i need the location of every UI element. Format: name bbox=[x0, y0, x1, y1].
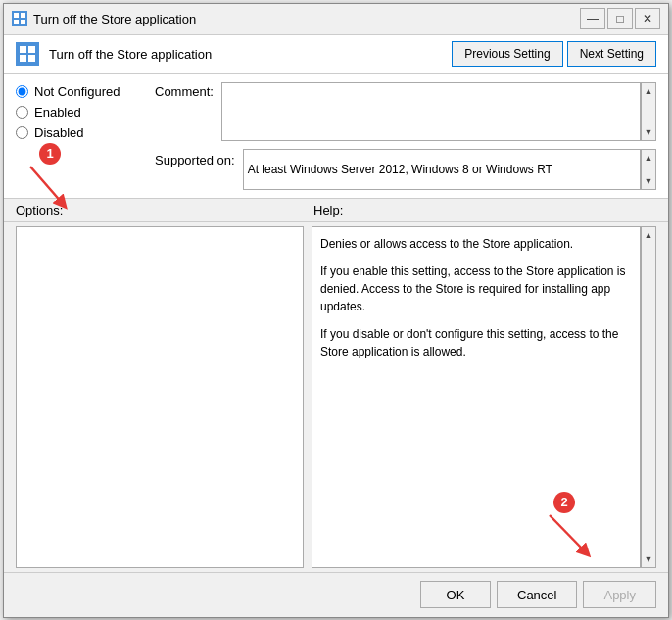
supported-section: Supported on: At least Windows Server 20… bbox=[155, 149, 656, 190]
header-bar: Turn off the Store application Previous … bbox=[4, 35, 668, 74]
supported-scrollbar[interactable]: ▲ ▼ bbox=[641, 149, 656, 190]
badge-1: 1 bbox=[39, 143, 61, 165]
apply-button[interactable]: Apply bbox=[583, 581, 656, 608]
enabled-label: Enabled bbox=[34, 105, 81, 119]
right-panels: Comment: ▲ ▼ Supported on: At least Wind… bbox=[155, 82, 656, 190]
help-panel-wrapper: Denies or allows access to the Store app… bbox=[312, 226, 656, 568]
disabled-label: Disabled bbox=[34, 125, 84, 140]
supported-value: At least Windows Server 2012, Windows 8 … bbox=[243, 149, 641, 190]
not-configured-label: Not Configured bbox=[34, 84, 120, 99]
header-title: Turn off the Store application bbox=[49, 47, 442, 62]
svg-rect-2 bbox=[14, 20, 19, 24]
svg-rect-1 bbox=[21, 13, 25, 18]
supported-label: Supported on: bbox=[155, 149, 235, 167]
svg-rect-3 bbox=[21, 20, 25, 24]
main-window: Turn off the Store application — □ ✕ Tur… bbox=[3, 3, 669, 618]
supported-scroll-down[interactable]: ▼ bbox=[645, 174, 653, 188]
maximize-button[interactable]: □ bbox=[607, 8, 633, 29]
svg-rect-0 bbox=[14, 13, 19, 18]
title-bar-left: Turn off the Store application bbox=[12, 11, 196, 26]
footer: OK Cancel Apply bbox=[4, 572, 668, 617]
help-scroll-down[interactable]: ▼ bbox=[645, 552, 653, 566]
title-bar: Turn off the Store application — □ ✕ bbox=[4, 4, 668, 35]
options-panel bbox=[16, 226, 304, 568]
scroll-down-arrow[interactable]: ▼ bbox=[645, 125, 653, 139]
disabled-option[interactable]: Disabled bbox=[16, 125, 143, 140]
comment-section: Comment: ▲ ▼ bbox=[155, 82, 656, 141]
ok-button[interactable]: OK bbox=[420, 581, 491, 608]
svg-rect-6 bbox=[20, 55, 26, 62]
options-section-label: Options: bbox=[16, 203, 310, 217]
enabled-option[interactable]: Enabled bbox=[16, 105, 143, 119]
not-configured-option[interactable]: Not Configured bbox=[16, 84, 143, 99]
supported-input-group: At least Windows Server 2012, Windows 8 … bbox=[243, 149, 656, 190]
help-scroll-up[interactable]: ▲ bbox=[645, 228, 653, 242]
window-icon bbox=[12, 11, 27, 26]
title-controls: — □ ✕ bbox=[580, 8, 660, 29]
cancel-button[interactable]: Cancel bbox=[497, 581, 577, 608]
close-button[interactable]: ✕ bbox=[635, 8, 660, 29]
help-scrollbar[interactable]: ▲ ▼ bbox=[641, 226, 656, 568]
svg-rect-5 bbox=[28, 46, 35, 53]
window-title: Turn off the Store application bbox=[33, 12, 196, 26]
next-setting-button[interactable]: Next Setting bbox=[567, 41, 656, 67]
svg-rect-7 bbox=[28, 55, 35, 62]
scroll-up-arrow[interactable]: ▲ bbox=[645, 84, 653, 98]
svg-rect-4 bbox=[20, 46, 26, 53]
comment-input[interactable] bbox=[221, 82, 641, 141]
policy-icon bbox=[16, 42, 39, 66]
enabled-radio[interactable] bbox=[16, 106, 28, 119]
previous-setting-button[interactable]: Previous Setting bbox=[452, 41, 562, 67]
comment-label: Comment: bbox=[155, 82, 214, 99]
help-text-1: Denies or allows access to the Store app… bbox=[320, 235, 632, 253]
help-section-label: Help: bbox=[313, 203, 656, 217]
bottom-panels: Denies or allows access to the Store app… bbox=[4, 222, 668, 572]
options-help-row: Options: Help: bbox=[4, 199, 668, 222]
help-text-2: If you enable this setting, access to th… bbox=[320, 262, 632, 315]
header-buttons: Previous Setting Next Setting bbox=[452, 41, 656, 67]
comment-input-group: ▲ ▼ bbox=[221, 82, 656, 141]
content-area: Not Configured Enabled Disabled 1 bbox=[4, 74, 668, 572]
supported-scroll-up[interactable]: ▲ bbox=[645, 151, 653, 165]
help-text-3: If you disable or don't configure this s… bbox=[320, 325, 632, 360]
top-section: Not Configured Enabled Disabled 1 bbox=[4, 74, 668, 199]
radio-group: Not Configured Enabled Disabled bbox=[16, 82, 143, 140]
comment-scrollbar[interactable]: ▲ ▼ bbox=[641, 82, 656, 141]
help-panel: Denies or allows access to the Store app… bbox=[312, 226, 641, 568]
not-configured-radio[interactable] bbox=[16, 85, 28, 98]
disabled-radio[interactable] bbox=[16, 126, 28, 139]
minimize-button[interactable]: — bbox=[580, 8, 605, 29]
